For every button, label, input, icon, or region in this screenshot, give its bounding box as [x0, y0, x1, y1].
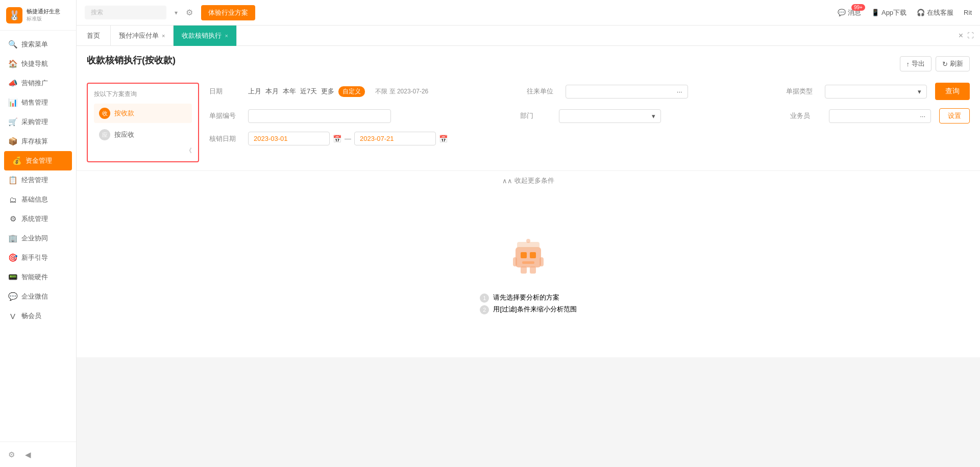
shortcut-custom[interactable]: 自定义 — [338, 86, 365, 97]
filter-row-1: 日期 上月 本月 本年 近7天 更多 自定义 不限 至 2023-07-26 往… — [209, 83, 970, 100]
date-shortcuts: 上月 本月 本年 近7天 更多 自定义 — [248, 86, 365, 97]
sidebar-item-wxwork[interactable]: 💬 企业微信 — [0, 287, 76, 306]
solution-button[interactable]: 体验行业方案 — [201, 5, 255, 20]
sales-icon: 📊 — [8, 98, 17, 107]
query-button[interactable]: 查询 — [935, 83, 970, 100]
sidebar-item-purchase[interactable]: 🛒 采购管理 — [0, 112, 76, 132]
close-receipt-tab-icon[interactable]: × — [225, 33, 228, 39]
sidebar-item-sales[interactable]: 📊 销售管理 — [0, 93, 76, 112]
empty-state: 1 请先选择要分析的方案 2 用[过滤]条件来缩小分析范围 — [77, 191, 980, 357]
basic-info-icon: 🗂 — [8, 195, 17, 204]
filter-option-by-receivable[interactable]: 应 按应收 — [94, 125, 192, 144]
filter-row-3: 核销日期 📅 — 📅 — [209, 132, 970, 145]
refresh-button[interactable]: ↻ 刷新 — [936, 56, 970, 71]
receivable-option-icon: 应 — [99, 129, 110, 140]
collapse-icon[interactable]: ◀ — [25, 450, 31, 459]
filter-fields: 日期 上月 本月 本年 近7天 更多 自定义 不限 至 2023-07-26 往… — [209, 83, 970, 162]
shortcut-7days[interactable]: 近7天 — [300, 87, 317, 96]
wxwork-icon: 💬 — [8, 292, 17, 301]
close-tab-icon[interactable]: × — [959, 31, 963, 40]
doc-type-select[interactable]: ▾ — [825, 85, 927, 99]
shortcut-this-month[interactable]: 本月 — [265, 87, 279, 96]
doc-number-input[interactable] — [248, 109, 391, 123]
verify-date-start-input[interactable] — [248, 132, 330, 145]
tab-actions: × ⛶ — [952, 31, 980, 40]
sidebar-item-member[interactable]: V 畅会员 — [0, 306, 76, 326]
finance-icon: 💰 — [12, 156, 21, 165]
svg-rect-6 — [521, 266, 527, 274]
logo-text: 畅捷通好生意 标准版 — [27, 8, 60, 22]
counterparty-select[interactable]: ··· — [566, 85, 688, 99]
receipt-option-icon: 收 — [99, 108, 110, 119]
svg-rect-8 — [517, 242, 540, 249]
topbar-dropdown-icon[interactable]: ▾ — [175, 9, 178, 16]
salesperson-select[interactable]: ··· — [829, 109, 931, 123]
sidebar-menu: 🔍 搜索菜单 🏠 快捷导航 📣 营销推广 📊 销售管理 🛒 采购管理 📦 库存核… — [0, 31, 76, 441]
topbar: 搜索 ▾ ⚙ 体验行业方案 💬 消息 99+ 📱 App下载 🎧 在线客服 Ri… — [77, 0, 980, 26]
tab-prepay[interactable]: 预付冲应付单 × — [111, 26, 174, 46]
shortcut-more[interactable]: 更多 — [321, 87, 334, 96]
svg-rect-2 — [530, 252, 536, 258]
sidebar-item-basic-info[interactable]: 🗂 基础信息 — [0, 190, 76, 209]
filter-option-by-receipt[interactable]: 收 按收款 — [94, 104, 192, 123]
page-content: 收款核销执行(按收款) ↑ 导出 ↻ 刷新 按以下方案查询 — [77, 46, 980, 467]
settings-bottom-icon[interactable]: ⚙ — [8, 450, 15, 459]
guide-icon: 🎯 — [8, 253, 17, 262]
expand-tab-icon[interactable]: ⛶ — [967, 32, 974, 39]
export-button[interactable]: ↑ 导出 — [900, 56, 932, 71]
salesperson-label: 业务员 — [790, 111, 821, 120]
message-button[interactable]: 💬 消息 99+ — [838, 8, 861, 17]
collapse-more-button[interactable]: ∧∧ 收起更多条件 — [77, 171, 980, 190]
collapse-filter-icon[interactable]: 《 — [186, 146, 192, 155]
sidebar-item-marketing[interactable]: 📣 营销推广 — [0, 73, 76, 93]
close-prepay-tab-icon[interactable]: × — [162, 33, 165, 39]
chevron-up-icon: ∧∧ — [502, 177, 512, 185]
doc-number-label: 单据编号 — [209, 111, 240, 120]
start-calendar-icon[interactable]: 📅 — [333, 135, 341, 143]
department-select[interactable]: ▾ — [559, 109, 661, 123]
topbar-right: 💬 消息 99+ 📱 App下载 🎧 在线客服 Rit — [838, 8, 972, 17]
collab-icon: 🏢 — [8, 234, 17, 243]
service-button[interactable]: 🎧 在线客服 — [917, 8, 953, 17]
sidebar-item-collab[interactable]: 🏢 企业协同 — [0, 229, 76, 248]
department-label: 部门 — [520, 111, 551, 120]
message-icon: 💬 — [838, 9, 846, 16]
end-calendar-icon[interactable]: 📅 — [439, 135, 448, 143]
logo-area: 🐰 畅捷通好生意 标准版 — [0, 0, 76, 31]
sidebar-item-search[interactable]: 🔍 搜索菜单 — [0, 35, 76, 54]
sidebar-item-system[interactable]: ⚙ 系统管理 — [0, 209, 76, 229]
sidebar-item-nav[interactable]: 🏠 快捷导航 — [0, 54, 76, 73]
tab-home[interactable]: 首页 — [77, 26, 111, 46]
tab-receipt-verify[interactable]: 收款核销执行 × — [174, 26, 236, 46]
sidebar-item-operations[interactable]: 📋 经营管理 — [0, 170, 76, 190]
date-label: 日期 — [209, 87, 240, 96]
search-icon: 🔍 — [8, 40, 17, 49]
sidebar-bottom: ⚙ ◀ — [0, 441, 76, 467]
verify-date-end-input[interactable] — [354, 132, 436, 145]
shortcut-this-year[interactable]: 本年 — [283, 87, 296, 96]
mobile-icon: 📱 — [871, 9, 879, 16]
svg-rect-7 — [530, 266, 536, 274]
refresh-icon: ↻ — [942, 60, 948, 68]
empty-illustration — [503, 232, 554, 283]
filter-row-2: 单据编号 部门 ▾ 业务员 ··· — [209, 108, 970, 124]
content-wrapper: 收款核销执行(按收款) ↑ 导出 ↻ 刷新 按以下方案查询 — [77, 46, 980, 357]
sidebar-item-inventory[interactable]: 📦 库存核算 — [0, 132, 76, 151]
svg-rect-3 — [522, 261, 534, 264]
sidebar-item-finance[interactable]: 💰 资金管理 — [4, 151, 72, 170]
counterparty-label: 往来单位 — [527, 87, 557, 96]
operations-icon: 📋 — [8, 176, 17, 185]
topbar-search[interactable]: 搜索 — [85, 6, 166, 19]
svg-rect-5 — [540, 257, 544, 266]
marketing-icon: 📣 — [8, 79, 17, 88]
sidebar-item-guide[interactable]: 🎯 新手引导 — [0, 248, 76, 267]
shortcut-last-month[interactable]: 上月 — [248, 87, 261, 96]
page-title: 收款核销执行(按收款) — [87, 54, 176, 66]
app-download-button[interactable]: 📱 App下载 — [871, 8, 906, 17]
topbar-settings-icon[interactable]: ⚙ — [186, 8, 193, 17]
svg-rect-4 — [513, 257, 517, 266]
sidebar-item-hardware[interactable]: 📟 智能硬件 — [0, 267, 76, 287]
settings-button[interactable]: 设置 — [939, 108, 970, 124]
filter-scheme-title: 按以下方案查询 — [94, 90, 192, 99]
user-profile[interactable]: Rit — [964, 9, 972, 16]
